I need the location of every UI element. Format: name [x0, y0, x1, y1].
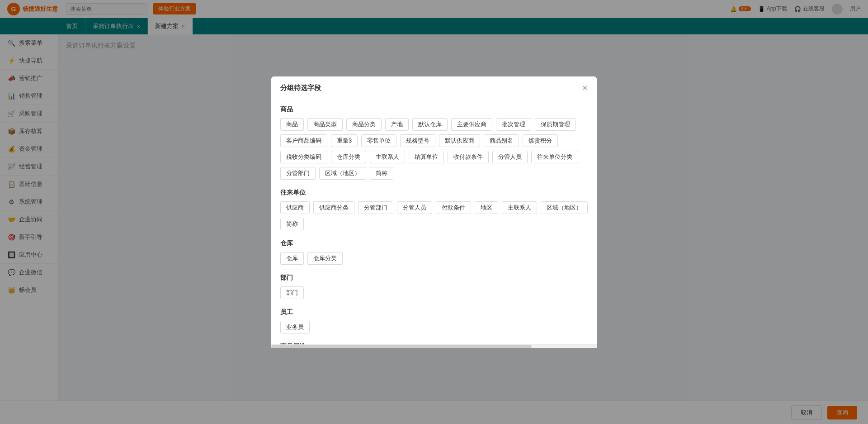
- field-tag-0-19[interactable]: 收付款条件: [448, 151, 489, 163]
- section-title-3: 部门: [280, 274, 588, 282]
- field-section-1: 往来单位供应商供应商分类分管部门分管人员付款条件地区主联系人区域（地区）简称: [280, 189, 588, 230]
- field-tag-0-18[interactable]: 结算单位: [409, 151, 444, 163]
- field-tag-0-4[interactable]: 默认仓库: [412, 118, 448, 131]
- field-tags-0: 商品商品类型商品分类产地默认仓库主要供应商批次管理保质期管理客户商品编码重量3零…: [280, 118, 588, 180]
- field-tag-0-16[interactable]: 仓库分类: [331, 151, 366, 163]
- modal-title: 分组待选字段: [280, 84, 321, 92]
- field-tag-0-10[interactable]: 零售单位: [361, 134, 396, 147]
- field-tag-0-23[interactable]: 区域（地区）: [319, 167, 366, 180]
- horizontal-scrollbar[interactable]: [271, 344, 597, 348]
- field-tag-0-17[interactable]: 主联系人: [370, 151, 405, 163]
- field-tag-0-21[interactable]: 往来单位分类: [531, 151, 578, 163]
- field-tag-3-0[interactable]: 部门: [280, 286, 304, 299]
- field-tag-1-0[interactable]: 供应商: [280, 201, 310, 214]
- modal-body[interactable]: 商品商品商品类型商品分类产地默认仓库主要供应商批次管理保质期管理客户商品编码重量…: [271, 98, 597, 344]
- field-tag-1-5[interactable]: 地区: [475, 201, 498, 214]
- section-title-1: 往来单位: [280, 189, 588, 197]
- modal-overlay[interactable]: 分组待选字段 ✕ 商品商品商品类型商品分类产地默认仓库主要供应商批次管理保质期管…: [0, 0, 868, 424]
- section-title-4: 员工: [280, 308, 588, 316]
- field-tag-0-11[interactable]: 规格型号: [400, 134, 435, 147]
- field-tag-1-4[interactable]: 付款条件: [436, 201, 471, 214]
- field-tag-1-2[interactable]: 分管部门: [358, 201, 393, 214]
- field-tag-0-9[interactable]: 重量3: [331, 134, 358, 147]
- field-tag-0-2[interactable]: 商品分类: [346, 118, 382, 131]
- close-icon[interactable]: ✕: [582, 84, 588, 92]
- field-tag-0-3[interactable]: 产地: [385, 118, 409, 131]
- field-tag-4-0[interactable]: 业务员: [280, 321, 310, 333]
- section-title-2: 仓库: [280, 239, 588, 248]
- field-tag-0-0[interactable]: 商品: [280, 118, 304, 131]
- field-tags-1: 供应商供应商分类分管部门分管人员付款条件地区主联系人区域（地区）简称: [280, 201, 588, 230]
- field-tags-3: 部门: [280, 286, 588, 299]
- field-tag-1-3[interactable]: 分管人员: [397, 201, 432, 214]
- field-tag-0-15[interactable]: 税收分类编码: [280, 151, 327, 163]
- field-tag-1-6[interactable]: 主联系人: [502, 201, 537, 214]
- field-tag-2-1[interactable]: 仓库分类: [307, 252, 343, 265]
- field-tag-0-14[interactable]: 炼货积分: [523, 134, 558, 147]
- field-tags-4: 业务员: [280, 321, 588, 333]
- modal-header: 分组待选字段 ✕: [271, 76, 597, 98]
- field-tag-0-6[interactable]: 批次管理: [496, 118, 531, 131]
- field-tag-0-8[interactable]: 客户商品编码: [280, 134, 327, 147]
- field-tag-0-13[interactable]: 商品别名: [484, 134, 519, 147]
- field-tag-0-5[interactable]: 主要供应商: [451, 118, 492, 131]
- field-tag-2-0[interactable]: 仓库: [280, 252, 304, 265]
- field-tag-0-20[interactable]: 分管人员: [492, 151, 528, 163]
- field-tag-0-12[interactable]: 默认供应商: [439, 134, 480, 147]
- field-tag-1-8[interactable]: 简称: [280, 218, 304, 230]
- field-section-4: 员工业务员: [280, 308, 588, 333]
- field-tags-2: 仓库仓库分类: [280, 252, 588, 265]
- field-tag-0-1[interactable]: 商品类型: [307, 118, 343, 131]
- field-tag-1-7[interactable]: 区域（地区）: [541, 201, 588, 214]
- field-tag-1-1[interactable]: 供应商分类: [313, 201, 354, 214]
- field-section-3: 部门部门: [280, 274, 588, 299]
- section-title-0: 商品: [280, 105, 588, 114]
- field-section-0: 商品商品商品类型商品分类产地默认仓库主要供应商批次管理保质期管理客户商品编码重量…: [280, 105, 588, 180]
- field-tag-0-22[interactable]: 分管部门: [280, 167, 316, 180]
- field-tag-0-7[interactable]: 保质期管理: [535, 118, 576, 131]
- hscroll-thumb: [271, 345, 532, 348]
- field-section-2: 仓库仓库仓库分类: [280, 239, 588, 265]
- modal: 分组待选字段 ✕ 商品商品商品类型商品分类产地默认仓库主要供应商批次管理保质期管…: [271, 76, 597, 348]
- field-tag-0-24[interactable]: 简称: [370, 167, 393, 180]
